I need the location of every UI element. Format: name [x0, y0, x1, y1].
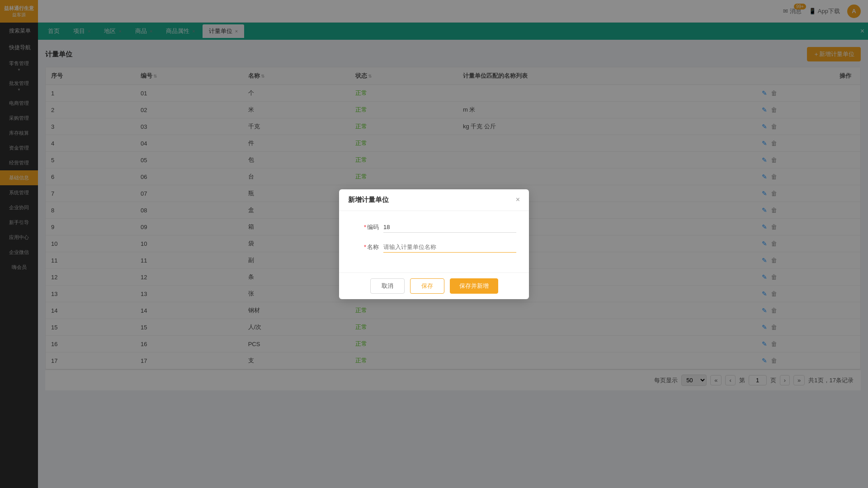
- code-input[interactable]: [383, 222, 516, 233]
- form-row-name: *名称: [352, 242, 516, 253]
- code-required: *: [364, 224, 366, 230]
- cancel-button[interactable]: 取消: [370, 278, 405, 294]
- modal-header: 新增计量单位 ×: [339, 189, 529, 211]
- name-label: *名称: [352, 243, 379, 251]
- modal-body: *编码 *名称: [339, 211, 529, 272]
- modal-overlay[interactable]: 新增计量单位 × *编码 *名称 取消 保存 保存并新增: [0, 0, 868, 488]
- add-unit-modal: 新增计量单位 × *编码 *名称 取消 保存 保存并新增: [339, 189, 529, 299]
- code-label: *编码: [352, 223, 379, 231]
- name-input[interactable]: [383, 242, 516, 253]
- save-and-add-button[interactable]: 保存并新增: [450, 278, 498, 294]
- modal-footer: 取消 保存 保存并新增: [339, 272, 529, 299]
- form-row-code: *编码: [352, 222, 516, 233]
- modal-close-button[interactable]: ×: [516, 196, 520, 204]
- modal-title: 新增计量单位: [348, 196, 389, 204]
- save-button[interactable]: 保存: [410, 278, 444, 294]
- name-required: *: [364, 244, 366, 250]
